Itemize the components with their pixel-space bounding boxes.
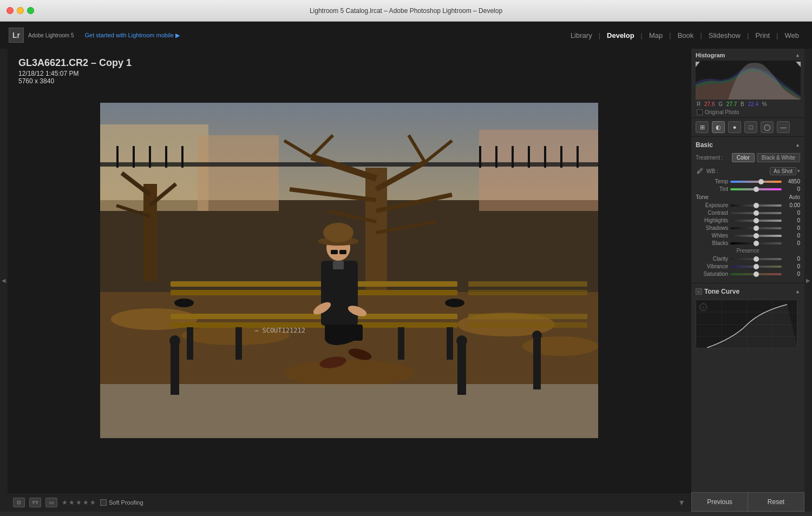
compare-button[interactable]: YY: [29, 498, 41, 507]
close-button[interactable]: [6, 7, 14, 14]
highlights-thumb[interactable]: [754, 218, 759, 223]
nav-print[interactable]: Print: [751, 29, 774, 42]
spot-heal-tool[interactable]: ◐: [712, 121, 725, 133]
tint-track[interactable]: [730, 188, 782, 190]
exposure-thumb[interactable]: [754, 203, 759, 208]
flag-button[interactable]: ▭: [45, 498, 57, 507]
vibrance-thumb[interactable]: [754, 264, 759, 269]
previous-button[interactable]: Previous: [691, 492, 748, 512]
tone-curve-collapse-btn[interactable]: ▪: [696, 288, 702, 295]
left-panel-toggle[interactable]: ◀: [0, 49, 8, 512]
highlights-slider-row: Highlights 0: [696, 217, 800, 223]
temp-track[interactable]: [730, 181, 782, 183]
svg-rect-53: [331, 250, 338, 254]
svg-rect-43: [171, 322, 457, 328]
temp-label: Temp: [696, 178, 728, 184]
bw-button[interactable]: Black & White: [757, 153, 800, 162]
star-1[interactable]: ★: [62, 499, 68, 506]
tone-curve-point-icon[interactable]: ○: [699, 303, 707, 311]
auto-button[interactable]: Auto: [789, 194, 800, 200]
blacks-value: 0: [784, 240, 800, 246]
blacks-track[interactable]: [730, 242, 782, 244]
original-photo-checkbox[interactable]: [697, 109, 703, 115]
photo-container: GL3A6621.CR2 – Copy 1 12/18/12 1:45:07 P…: [8, 49, 691, 492]
redeye-tool[interactable]: ●: [728, 121, 741, 133]
view-mode-button[interactable]: ⊡: [13, 498, 25, 507]
svg-text:⇒ SCOUT121212: ⇒ SCOUT121212: [254, 327, 305, 334]
color-button[interactable]: Color: [732, 153, 755, 162]
saturation-thumb[interactable]: [754, 272, 759, 277]
get-started-text[interactable]: Get started with Lightroom mobile ▶: [85, 32, 180, 39]
saturation-track[interactable]: [730, 273, 782, 275]
svg-rect-5: [100, 162, 598, 167]
highlights-track[interactable]: [730, 220, 782, 222]
wb-dropdown-arrow: ▾: [797, 168, 800, 174]
wb-eyedropper-tool[interactable]: 🖉: [696, 166, 704, 176]
histogram-collapse[interactable]: ▲: [795, 52, 800, 58]
reset-button[interactable]: Reset: [748, 492, 804, 512]
svg-rect-70: [468, 281, 587, 287]
shadows-slider-row: Shadows 0: [696, 225, 800, 231]
nav-slideshow[interactable]: Slideshow: [704, 29, 745, 42]
tint-thumb[interactable]: [754, 187, 759, 192]
treatment-buttons: Color Black & White: [732, 153, 800, 162]
vibrance-track[interactable]: [730, 266, 782, 268]
nav-develop[interactable]: Develop: [603, 29, 639, 42]
wb-preset-dropdown[interactable]: As Shot: [770, 167, 796, 175]
exposure-track[interactable]: [730, 204, 782, 207]
blacks-thumb[interactable]: [754, 241, 759, 246]
temp-thumb[interactable]: [758, 179, 764, 184]
star-rating: ★ ★ ★ ★ ★: [62, 499, 96, 506]
minimize-button[interactable]: [17, 7, 24, 14]
tone-curve-canvas[interactable]: ○: [696, 300, 797, 348]
nav-map[interactable]: Map: [645, 29, 667, 42]
nav-web[interactable]: Web: [781, 29, 804, 42]
shadows-thumb[interactable]: [754, 226, 759, 231]
crop-tool[interactable]: ⊞: [696, 121, 709, 133]
whites-track[interactable]: [730, 235, 782, 237]
contrast-value: 0: [784, 210, 800, 216]
basic-collapse[interactable]: ▲: [795, 142, 800, 148]
blacks-label: Blacks: [696, 240, 728, 246]
svg-rect-42: [171, 314, 457, 319]
wb-preset-area: As Shot ▾: [725, 167, 800, 175]
right-panel-toggle[interactable]: ▶: [804, 49, 812, 512]
tone-curve-arrow[interactable]: ▲: [795, 289, 800, 294]
contrast-track[interactable]: [730, 212, 782, 214]
whites-thumb[interactable]: [754, 233, 759, 239]
svg-rect-41: [171, 290, 457, 295]
clarity-slider-row: Clarity 0: [696, 256, 800, 262]
svg-rect-47: [447, 327, 453, 360]
star-5[interactable]: ★: [90, 499, 96, 506]
clarity-thumb[interactable]: [754, 256, 759, 262]
svg-rect-11: [479, 146, 481, 168]
maximize-button[interactable]: [27, 7, 34, 14]
soft-proofing-checkbox[interactable]: [100, 499, 107, 506]
shadows-track[interactable]: [730, 227, 782, 229]
contrast-thumb[interactable]: [754, 210, 759, 216]
radial-filter-tool[interactable]: ◯: [761, 121, 774, 133]
svg-point-64: [169, 335, 180, 346]
clarity-label: Clarity: [696, 256, 728, 262]
graduated-filter-tool[interactable]: □: [744, 121, 757, 133]
nav-book[interactable]: Book: [673, 29, 698, 42]
exposure-label: Exposure: [696, 202, 728, 208]
svg-rect-54: [339, 250, 346, 254]
svg-rect-44: [187, 327, 193, 360]
star-4[interactable]: ★: [83, 499, 89, 506]
toolbar-expand-button[interactable]: ▼: [678, 498, 685, 507]
adjustment-brush-tool[interactable]: —: [777, 121, 790, 133]
star-3[interactable]: ★: [76, 499, 82, 506]
clarity-track[interactable]: [730, 258, 782, 260]
blacks-slider-row: Blacks 0: [696, 240, 800, 246]
photo-image: ⇒ SCOUT121212: [100, 103, 598, 438]
window-title: Lightroom 5 Catalog.lrcat – Adobe Photos…: [310, 7, 502, 15]
svg-rect-46: [398, 327, 404, 360]
nav-library[interactable]: Library: [566, 29, 597, 42]
star-2[interactable]: ★: [69, 499, 75, 506]
original-photo-row: Original Photo: [696, 109, 800, 115]
highlights-value: 0: [784, 217, 800, 223]
histogram-title: Histogram: [696, 52, 725, 58]
svg-rect-14: [528, 146, 530, 168]
svg-rect-15: [544, 146, 546, 168]
